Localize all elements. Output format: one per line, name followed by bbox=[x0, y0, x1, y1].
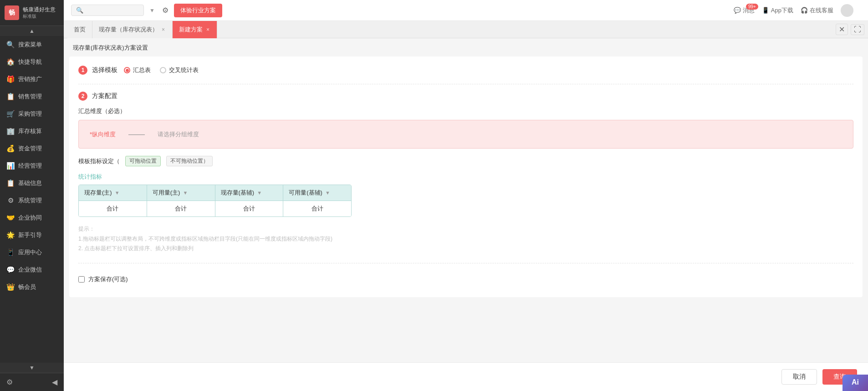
tab-new-schema[interactable]: 新建方案 × bbox=[173, 21, 217, 38]
tab-close-button[interactable]: ✕ bbox=[836, 24, 848, 35]
tab-new-schema-close[interactable]: × bbox=[205, 26, 210, 33]
stats-col-cell: 合计 bbox=[147, 201, 215, 216]
sidebar-item-member[interactable]: 👑畅会员 bbox=[0, 278, 64, 296]
message-badge: 99+ bbox=[746, 4, 758, 10]
topbar-gear-icon[interactable]: ⚙ bbox=[162, 6, 168, 15]
sidebar-item-ops[interactable]: 📊经营管理 bbox=[0, 157, 64, 175]
sidebar-label-corp: 企业协同 bbox=[18, 214, 42, 222]
save-checkbox[interactable] bbox=[78, 276, 85, 283]
step2-title: 方案配置 bbox=[92, 92, 117, 100]
sidebar-item-finance[interactable]: 💰资金管理 bbox=[0, 140, 64, 157]
topbar-chevron[interactable]: ▼ bbox=[149, 7, 155, 14]
sidebar-scroll-down[interactable]: ▼ bbox=[0, 363, 64, 373]
message-icon: 💬 bbox=[734, 7, 741, 14]
user-avatar[interactable] bbox=[841, 4, 853, 17]
cancel-button[interactable]: 取消 bbox=[781, 369, 817, 385]
app-label: App下载 bbox=[771, 6, 793, 15]
sidebar-label-member: 畅会员 bbox=[18, 283, 36, 291]
col-header-label: 现存量(基辅) bbox=[221, 189, 255, 197]
col-dropdown-icon[interactable]: ▼ bbox=[257, 190, 262, 196]
topbar-message[interactable]: 💬 消息 99+ bbox=[734, 6, 755, 15]
indicator-settings-label: 模板指标设定（ bbox=[78, 157, 120, 165]
dim-placeholder: 请选择分组维度 bbox=[158, 130, 199, 139]
sidebar-icon-ops: 📊 bbox=[6, 162, 15, 170]
step2-header: 2 方案配置 bbox=[78, 92, 853, 101]
stats-col-header[interactable]: 可用量(基辅)▼ bbox=[283, 185, 351, 201]
sidebar-icon-inventory: 🏢 bbox=[6, 127, 15, 135]
sidebar-icon-member: 👑 bbox=[6, 283, 15, 291]
dimension-area[interactable]: *纵向维度 —— 请选择分组维度 bbox=[78, 120, 853, 149]
sidebar-icon-sales: 📋 bbox=[6, 93, 15, 101]
tips-intro: 提示： bbox=[78, 224, 853, 234]
app-edition: 标准版 bbox=[23, 13, 56, 20]
step2-number: 2 bbox=[78, 92, 87, 101]
dimension-label: 汇总维度（必选） bbox=[78, 107, 853, 115]
sidebar-label-marketing: 营销推广 bbox=[18, 75, 42, 83]
sidebar-item-system[interactable]: ⚙系统管理 bbox=[0, 192, 64, 209]
topbar-right: 💬 消息 99+ 📱 App下载 🎧 在线客服 bbox=[734, 4, 861, 17]
ai-float-button[interactable]: Ai bbox=[842, 375, 868, 391]
stats-col-cell: 合计 bbox=[283, 201, 351, 216]
divider1 bbox=[78, 84, 853, 84]
col-dropdown-icon[interactable]: ▼ bbox=[115, 190, 120, 196]
radio-crosstab[interactable]: 交叉统计表 bbox=[160, 66, 199, 74]
sidebar-label-apps: 应用中心 bbox=[18, 248, 42, 257]
stats-title: 统计指标 bbox=[78, 173, 853, 181]
sidebar-item-wechat[interactable]: 💬企业微信 bbox=[0, 261, 64, 278]
tab-fullscreen-button[interactable]: ⛶ bbox=[851, 24, 864, 35]
sidebar-label-purchase: 采购管理 bbox=[18, 110, 42, 118]
search-input[interactable] bbox=[86, 7, 136, 14]
sidebar-item-corp[interactable]: 🤝企业协同 bbox=[0, 209, 64, 226]
search-box[interactable]: 🔍 bbox=[71, 5, 144, 16]
main-container: 🔍 ▼ ⚙ 体验行业方案 💬 消息 99+ 📱 App下载 🎧 在线客服 bbox=[64, 0, 868, 391]
col-dropdown-icon[interactable]: ▼ bbox=[183, 190, 188, 196]
sidebar-icon-search: 🔍 bbox=[6, 41, 15, 49]
radio-summary[interactable]: 汇总表 bbox=[124, 66, 151, 74]
tab-new-schema-label: 新建方案 bbox=[179, 26, 203, 34]
sidebar-item-quicknav[interactable]: 🏠快捷导航 bbox=[0, 53, 64, 71]
sidebar-scroll-up[interactable]: ▲ bbox=[0, 26, 64, 36]
phone-icon: 📱 bbox=[762, 7, 769, 14]
indicator-settings: 模板指标设定（ 可拖动位置 不可拖动位置） bbox=[78, 156, 853, 166]
stats-col-header[interactable]: 现存量(基辅)▼ bbox=[215, 185, 284, 201]
stats-col-header[interactable]: 可用量(主)▼ bbox=[147, 185, 215, 201]
dim-required: *纵向维度 bbox=[90, 130, 116, 139]
page-title: 现存量(库存状况表)方案设置 bbox=[64, 44, 868, 57]
step2-section: 2 方案配置 汇总维度（必选） *纵向维度 —— 请选择分组维度 模板指标设定（… bbox=[78, 92, 853, 254]
sidebar-item-marketing[interactable]: 🎁营销推广 bbox=[0, 71, 64, 88]
stats-col-cell: 合计 bbox=[215, 201, 284, 216]
topbar-app-download[interactable]: 📱 App下载 bbox=[762, 6, 793, 15]
sidebar-label-sales: 销售管理 bbox=[18, 93, 42, 101]
settings-icon[interactable]: ⚙ bbox=[6, 378, 13, 386]
sidebar-menu: 🔍搜索菜单🏠快捷导航🎁营销推广📋销售管理🛒采购管理🏢库存核算💰资金管理📊经营管理… bbox=[0, 36, 64, 363]
tabs-bar: 首页 现存量（库存状况表） × 新建方案 × ✕ ⛶ bbox=[64, 21, 868, 38]
stats-table-header: 现存量(主)▼可用量(主)▼现存量(基辅)▼可用量(基辅)▼ bbox=[79, 185, 351, 201]
sidebar-item-inventory[interactable]: 🏢库存核算 bbox=[0, 123, 64, 140]
stats-col-header[interactable]: 现存量(主)▼ bbox=[79, 185, 147, 201]
sidebar-item-purchase[interactable]: 🛒采购管理 bbox=[0, 105, 64, 123]
sidebar-item-search[interactable]: 🔍搜索菜单 bbox=[0, 36, 64, 53]
topbar-online-service[interactable]: 🎧 在线客服 bbox=[801, 6, 833, 15]
draggable-tag: 可拖动位置 bbox=[125, 156, 161, 166]
save-label: 方案保存(可选) bbox=[88, 275, 128, 283]
sidebar-label-guide: 新手引导 bbox=[18, 231, 42, 239]
sidebar-item-sales[interactable]: 📋销售管理 bbox=[0, 88, 64, 105]
step1-title: 选择模板 bbox=[92, 66, 117, 74]
tips-area: 提示： 1.拖动标题栏可以调整布局，不可跨维度或指标区域拖动栏目字段(只能在同一… bbox=[78, 224, 853, 254]
topbar: 🔍 ▼ ⚙ 体验行业方案 💬 消息 99+ 📱 App下载 🎧 在线客服 bbox=[64, 0, 868, 21]
experience-button[interactable]: 体验行业方案 bbox=[174, 4, 222, 17]
sidebar-icon-corp: 🤝 bbox=[6, 214, 15, 222]
schema-panel: 1 选择模板 汇总表 交叉统计表 bbox=[69, 57, 863, 297]
tab-inventory[interactable]: 现存量（库存状况表） × bbox=[92, 21, 173, 38]
tab-inventory-close[interactable]: × bbox=[161, 26, 166, 33]
sidebar-item-apps[interactable]: 📱应用中心 bbox=[0, 244, 64, 261]
sidebar-item-basic[interactable]: 📋基础信息 bbox=[0, 175, 64, 192]
search-icon: 🔍 bbox=[76, 7, 83, 14]
tab-home[interactable]: 首页 bbox=[67, 21, 92, 38]
indicator-label: 模板指标设定（ 可拖动位置 不可拖动位置） bbox=[78, 156, 853, 166]
col-dropdown-icon[interactable]: ▼ bbox=[325, 190, 330, 196]
sidebar-item-guide[interactable]: 🌟新手引导 bbox=[0, 226, 64, 244]
sidebar-icon-system: ⚙ bbox=[6, 196, 15, 205]
collapse-icon[interactable]: ◀ bbox=[52, 378, 57, 386]
logo-icon: 畅 bbox=[5, 5, 19, 20]
